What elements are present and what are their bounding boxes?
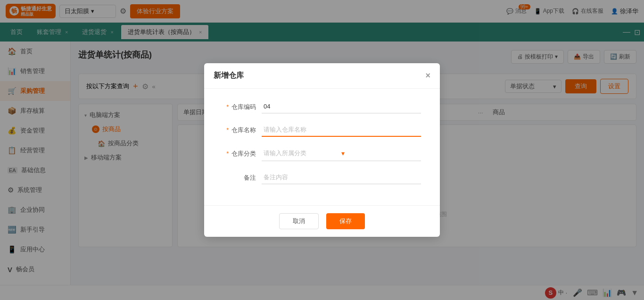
form-row-name: * 仓库名称: [223, 123, 421, 137]
remark-input[interactable]: [262, 171, 421, 184]
remark-label: 备注: [223, 174, 256, 182]
modal-footer: 取消 保存: [204, 205, 440, 237]
warehouse-category-select[interactable]: 请输入所属分类 ▾: [262, 146, 421, 161]
modal-header: 新增仓库 ×: [204, 63, 440, 89]
modal-title: 新增仓库: [214, 71, 244, 81]
save-button[interactable]: 保存: [326, 213, 365, 229]
form-row-category: * 仓库分类 请输入所属分类 ▾: [223, 146, 421, 161]
warehouse-code-input[interactable]: [262, 100, 421, 114]
modal-overlay[interactable]: 新增仓库 × * 仓库编码 * 仓库名称: [0, 0, 644, 300]
warehouse-code-label: * 仓库编码: [223, 103, 256, 111]
category-chevron-icon: ▾: [341, 150, 419, 157]
warehouse-category-label: * 仓库分类: [223, 150, 256, 158]
warehouse-category-placeholder: 请输入所属分类: [264, 149, 341, 158]
required-star-name: *: [226, 126, 229, 133]
required-star-category: *: [226, 150, 229, 157]
warehouse-name-label: * 仓库名称: [223, 126, 256, 134]
form-row-remark: 备注: [223, 171, 421, 184]
modal-body: * 仓库编码 * 仓库名称 * 仓库分类 请输入所属: [204, 89, 440, 205]
warehouse-name-input[interactable]: [262, 123, 421, 137]
form-row-code: * 仓库编码: [223, 100, 421, 114]
modal-close-icon[interactable]: ×: [425, 71, 430, 81]
required-star-code: *: [226, 103, 229, 110]
new-warehouse-modal: 新增仓库 × * 仓库编码 * 仓库名称: [204, 63, 440, 237]
cancel-button[interactable]: 取消: [279, 213, 319, 229]
